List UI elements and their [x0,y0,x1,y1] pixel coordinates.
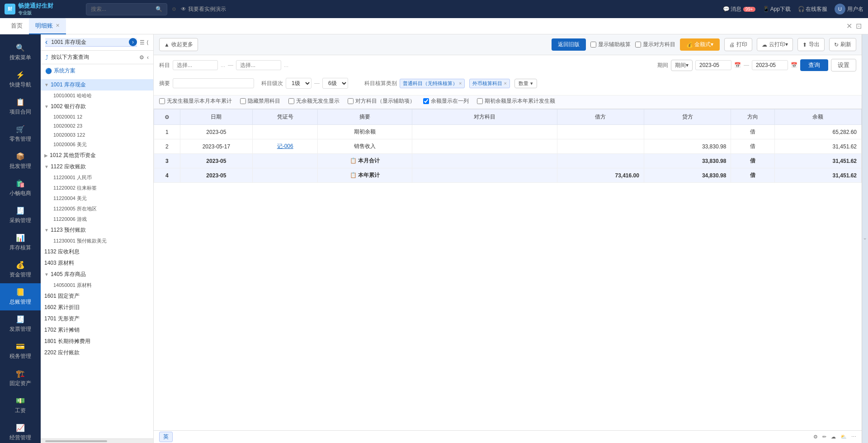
return-old-btn[interactable]: 返回旧版 [552,38,586,51]
invoice-mgmt-icon: 🧾 [16,315,25,324]
window-close-btn[interactable]: ✕ [844,22,854,30]
subject-input2[interactable] [236,60,281,70]
sidebar-item-fixed-assets[interactable]: 🏗️ 固定资产 [0,365,41,392]
sidebar-item-ledger-mgmt[interactable]: 📒 总账管理 [0,283,41,310]
account-nav-prev[interactable]: ‹ [45,38,47,46]
settings-icon[interactable]: ⚙ [172,6,176,12]
tree-node-1702[interactable]: 1702 累计摊销 [41,324,153,336]
bottom-more-icon[interactable]: ⋯ [851,434,856,440]
voucher-link-2[interactable]: 记-006 [277,143,293,149]
summary-input[interactable] [173,78,254,88]
lang-switch-btn[interactable]: 英 [159,432,173,442]
top-search-bar[interactable]: 搜索... 🔍 [86,3,167,15]
tree-node-11230001[interactable]: 11230001 预付账款美元 [41,236,153,246]
bottom-edit-icon[interactable]: ✏ [822,434,826,440]
tree-node-1012[interactable]: ▶ 1012 其他货币资金 [41,150,153,161]
right-expand-panel[interactable]: › [862,34,868,443]
account-nav-next[interactable]: › [129,38,137,46]
sidebar-item-ecommerce[interactable]: 🛍️ 小畅电商 [0,175,41,202]
tree-node-1405[interactable]: ▼ 1405 库存商品 [41,269,153,280]
tree-node-1123[interactable]: ▼ 1123 预付账款 [41,224,153,236]
tree-node-2202[interactable]: 2202 应付账款 [41,347,153,358]
sidebar-item-search-menu[interactable]: 🔍 搜索菜单 [0,39,41,66]
query-btn[interactable]: 查询 [800,59,828,71]
sidebar-item-wholesale-mgmt[interactable]: 📦 批发管理 [0,148,41,175]
notification-btn[interactable]: 💬 消息 99+ [723,5,755,13]
opposite-cb[interactable] [348,98,354,104]
sidebar-item-payroll[interactable]: 💵 工资 [0,392,41,419]
settings-btn[interactable]: 设置 [831,59,856,71]
sidebar-item-invoice-mgmt[interactable]: 🧾 发票管理 [0,310,41,338]
tree-node-1602[interactable]: 1602 累计折旧 [41,302,153,313]
tree-node-1801[interactable]: 1801 长期待摊费用 [41,336,153,347]
check-tag-normal-remove[interactable]: × [459,81,462,86]
print-btn[interactable]: 🖨 打印 [724,38,752,51]
refresh-btn[interactable]: ↻ 刷新 [829,38,856,51]
show-aux-checkbox[interactable] [590,42,596,48]
tree-node-1132[interactable]: 1132 应收利息 [41,246,153,257]
no-balance-cb[interactable] [159,98,165,104]
balance-one-col-cb[interactable] [423,98,429,104]
system-scheme-btn[interactable]: 🔵 系统方案 [41,64,153,77]
tab-detail[interactable]: 明细账 ✕ [29,18,66,34]
tree-collapse-icon[interactable]: ⟨ [146,39,149,46]
sidebar-item-operations-mgmt[interactable]: 📈 经营管理 [0,419,41,443]
tree-node-1701[interactable]: 1701 无形资产 [41,313,153,324]
hide-disabled-cb[interactable] [240,98,246,104]
tree-node-10020006[interactable]: 10020006 美元 [41,139,153,150]
sidebar-item-inventory-check[interactable]: 📊 库存核算 [0,229,41,256]
tree-node-1601[interactable]: 1601 固定资产 [41,291,153,302]
tree-node-10020002[interactable]: 10020002 23 [41,121,153,130]
query-collapse-icon[interactable]: ‹ [147,54,149,61]
period-label: 期间 [657,62,668,69]
tree-node-10010001[interactable]: 10010001 哈哈哈 [41,91,153,101]
tree-node-14050001[interactable]: 14050001 原材料 [41,280,153,291]
tree-node-1403[interactable]: 1403 原材料 [41,257,153,269]
tree-node-11220004[interactable]: 11220004 美元 [41,193,153,204]
collapse-more-btn[interactable]: ▲ 收起更多 [159,38,198,51]
query-settings-icon[interactable]: ⚙ [139,54,144,61]
app-download-btn[interactable]: 📱 App下载 [763,5,791,13]
tree-node-11220005[interactable]: 11220005 所在地区 [41,204,153,214]
tree-node-11220001[interactable]: 11220001 人民币 [41,172,153,183]
level-from-select[interactable]: 1级 [286,78,311,89]
period-from-input[interactable] [695,60,731,70]
online-service-btn[interactable]: 🎧 在线客服 [798,5,827,13]
subject-input[interactable] [173,60,218,70]
sidebar-item-retail-mgmt[interactable]: 🛒 零售管理 [0,120,41,148]
window-maximize-btn[interactable]: ⊡ [854,22,863,30]
tree-node-1001[interactable]: ▼ 1001 库存现金 [41,79,153,91]
tab-home[interactable]: 首页 [5,18,29,34]
bottom-settings-icon[interactable]: ⚙ [813,434,818,440]
summary-icon-4: 📋 [350,172,357,178]
check-tag-foreign-remove[interactable]: × [504,81,506,86]
level-to-select[interactable]: 6级 [322,78,348,89]
quantity-dropdown-btn[interactable]: 数量 ▾ [514,79,537,88]
sidebar-item-tax-mgmt[interactable]: 💳 税务管理 [0,338,41,365]
export-btn[interactable]: ⬆ 导出 [797,38,825,51]
period-to-input[interactable] [752,60,788,70]
tree-node-1122[interactable]: ▼ 1122 应收账款 [41,161,153,172]
tree-list-icon[interactable]: ☰ [140,39,145,46]
cloud-print-btn[interactable]: ☁ 云打印▾ [757,38,793,51]
tree-node-1002[interactable]: ▼ 1002 银行存款 [41,101,153,112]
tab-close-icon[interactable]: ✕ [56,23,60,29]
period-type-btn[interactable]: 期间▾ [671,60,693,71]
demo-link[interactable]: 👁 我要看实例演示 [181,5,226,13]
sidebar-item-purchase-mgmt[interactable]: 🧾 采购管理 [0,202,41,229]
bottom-cloud2-icon[interactable]: ⛅ [840,434,847,440]
show-cumulative-cb[interactable] [477,98,483,104]
tree-node-10020003[interactable]: 10020003 122 [41,130,153,139]
show-opposite-checkbox[interactable] [635,42,641,48]
gold-format-btn[interactable]: 💰 金额式▾ [680,38,720,51]
sidebar-item-project-contract[interactable]: 📋 项目合同 [0,93,41,120]
no-balance2-cb[interactable] [288,98,294,104]
bottom-cloud1-icon[interactable]: ☁ [831,434,836,440]
tree-node-10020001[interactable]: 10020001 12 [41,112,153,121]
sidebar-item-quick-nav[interactable]: ⚡ 快捷导航 [0,66,41,93]
tree-node-11220006[interactable]: 11220006 游戏 [41,214,153,224]
user-btn[interactable]: U 用户名 [835,4,863,14]
tree-scroll-bar[interactable] [41,438,153,443]
tree-node-11220002[interactable]: 11220002 往来标签 [41,183,153,193]
sidebar-item-capital-mgmt[interactable]: 💰 资金管理 [0,256,41,283]
